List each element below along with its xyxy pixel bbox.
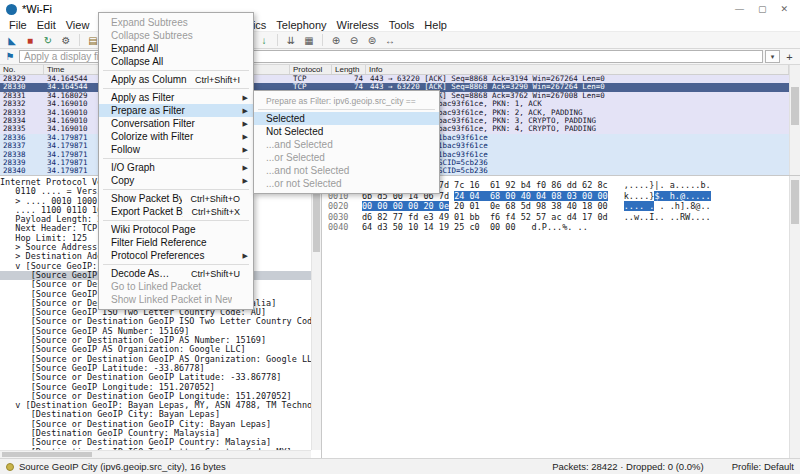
submenu-item[interactable]: Prepare as Filter: ipv6.geoip.src_city =…: [254, 94, 439, 107]
context-menu-item[interactable]: Apply as Filter ▶: [99, 91, 253, 104]
menu-bar-item[interactable]: Wireless: [332, 19, 384, 31]
auto-scroll-icon[interactable]: ⇊: [283, 33, 299, 48]
context-menu-item[interactable]: Protocol Preferences ▶: [99, 249, 253, 262]
detail-tree-text: [Source GeoIP AS Number: 15169]: [0, 327, 189, 336]
detail-tree-row[interactable]: [Source or Destination GeoIP ISO Two Let…: [0, 317, 311, 326]
menu-item-label: Collapse Subtrees: [111, 30, 232, 41]
menu-item-label: Collapse All: [111, 56, 232, 67]
context-menu-item[interactable]: Decode As… Ctrl+Shift+U: [99, 267, 253, 280]
context-menu-item[interactable]: Show Linked Packet in New Window: [99, 293, 253, 306]
context-menu-item[interactable]: Show Packet Bytes… Ctrl+Shift+O: [99, 192, 253, 205]
submenu-item[interactable]: Selected: [254, 112, 439, 125]
filter-dropdown-icon[interactable]: ▾: [765, 50, 780, 63]
submenu-item[interactable]: ...and not Selected: [254, 164, 439, 177]
hex-scrollbar: [789, 176, 800, 458]
context-menu-item[interactable]: Expand Subtrees: [99, 16, 253, 29]
hex-row[interactable]: 0020 00 00 00 00 20 0e 20 01 0e 68 5d 98…: [328, 201, 789, 212]
column-header[interactable]: Info: [366, 65, 789, 74]
submenu-item[interactable]: Not Selected: [254, 125, 439, 138]
context-menu-item[interactable]: Collapse Subtrees: [99, 29, 253, 42]
menu-bar-item[interactable]: Help: [419, 19, 452, 31]
stop-capture-icon[interactable]: ■: [22, 33, 38, 48]
zoom-reset-icon[interactable]: ⊜: [364, 33, 380, 48]
submenu-item[interactable]: ...or Selected: [254, 151, 439, 164]
hex-bytes: 64 d3 50 10 14 19 25 c0 00 00: [362, 222, 516, 233]
colorize-icon[interactable]: ▦: [301, 33, 317, 48]
filter-bookmark-icon[interactable]: ⚑: [3, 51, 17, 62]
zoom-in-icon[interactable]: ⊕: [328, 33, 344, 48]
detail-tree-row[interactable]: [Source GeoIP AS Organization: Google LL…: [0, 345, 311, 354]
detail-tree-row[interactable]: [Source or Destination GeoIP Country: Ma…: [0, 438, 311, 447]
menu-bar-item[interactable]: Tools: [384, 19, 420, 31]
submenu-item[interactable]: ...and Selected: [254, 138, 439, 151]
detail-tree-text: [Destination GeoIP City: Bayan Lepas]: [0, 410, 220, 419]
packet-no: 28339: [0, 159, 44, 167]
column-header[interactable]: Length: [332, 65, 366, 74]
menu-item-label: Show Packet Bytes…: [111, 193, 182, 204]
column-header-label: Time: [47, 65, 64, 74]
menu-bar-item[interactable]: View: [61, 19, 95, 31]
detail-tree-row[interactable]: [Destination GeoIP City: Bayan Lepas]: [0, 410, 311, 419]
submenu-item[interactable]: ...or not Selected: [254, 177, 439, 190]
menu-bar-item[interactable]: Edit: [32, 19, 61, 31]
context-menu-item[interactable]: Export Packet Bytes… Ctrl+Shift+X: [99, 205, 253, 218]
hex-bytes: d6 82 77 fd e3 49 01 bb f6 f4 52 57 ac d…: [362, 212, 608, 223]
detail-tree-row[interactable]: [Source or Destination GeoIP AS Organiza…: [0, 355, 311, 364]
resize-columns-icon[interactable]: ↔: [382, 33, 398, 48]
context-menu-item[interactable]: Conversation Filter ▶: [99, 117, 253, 130]
details-horizontal-scrollbar-thumb[interactable]: [2, 452, 92, 457]
maximize-icon[interactable]: ▢: [758, 4, 767, 14]
packet-time: 34.179871: [44, 167, 106, 175]
filter-add-button[interactable]: +: [782, 50, 797, 63]
restart-capture-icon[interactable]: ↻: [40, 33, 56, 48]
close-icon[interactable]: ✕: [780, 4, 788, 14]
packet-list-scrollbar-thumb[interactable]: [791, 87, 799, 125]
context-menu-item[interactable]: Filter Field Reference: [99, 236, 253, 249]
context-menu-item[interactable]: Apply as Column Ctrl+Shift+I: [99, 73, 253, 86]
hex-view-pane[interactable]: 0000 2c 98 11 98 81 7d 7c 16 61 92 b4 f0…: [322, 176, 789, 458]
start-capture-icon[interactable]: ◣: [4, 33, 20, 48]
detail-tree-row[interactable]: [Source GeoIP Longitude: 151.207052]: [0, 383, 311, 392]
column-header[interactable]: Time: [44, 65, 106, 74]
context-menu-item[interactable]: Wiki Protocol Page: [99, 223, 253, 236]
menu-bar-item[interactable]: File: [4, 19, 32, 31]
context-menu-item[interactable]: Expand All: [99, 42, 253, 55]
hex-row[interactable]: 0040 64 d3 50 10 14 19 25 c0 00 00 d.P..…: [328, 222, 789, 233]
context-menu-item[interactable]: Copy ▶: [99, 174, 253, 187]
window-controls: — ▢ ✕: [735, 4, 794, 14]
detail-tree-row[interactable]: [Source or Destination GeoIP Latitude: -…: [0, 373, 311, 382]
detail-tree-row[interactable]: v [Destination GeoIP: Bayan Lepas, MY, A…: [0, 401, 311, 410]
context-menu-item[interactable]: Collapse All: [99, 55, 253, 68]
context-menu-item[interactable]: Colorize with Filter ▶: [99, 130, 253, 143]
capture-options-icon[interactable]: ⚙: [58, 33, 74, 48]
detail-tree-row[interactable]: [Destination GeoIP Country: Malaysia]: [0, 429, 311, 438]
context-menu-item[interactable]: I/O Graph ▶: [99, 161, 253, 174]
detail-tree-row[interactable]: [Source GeoIP Latitude: -33.86778]: [0, 364, 311, 373]
hex-scrollbar-thumb[interactable]: [791, 180, 799, 224]
zoom-out-icon[interactable]: ⊖: [346, 33, 362, 48]
detail-tree-text: [Source or Destination GeoIP Country: Ma…: [0, 438, 271, 447]
menu-bar-item[interactable]: Telephony: [271, 19, 331, 31]
column-header[interactable]: Protocol: [290, 65, 332, 74]
packet-no: 28340: [0, 167, 44, 175]
column-header-label: No.: [3, 65, 15, 74]
context-menu-item[interactable]: Go to Linked Packet: [99, 280, 253, 293]
minimize-icon[interactable]: —: [735, 4, 744, 14]
column-header[interactable]: No.: [0, 65, 44, 74]
context-menu-item[interactable]: Follow ▶: [99, 143, 253, 156]
detail-tree-row[interactable]: [Source or Destination GeoIP City: Bayan…: [0, 420, 311, 429]
menu-item-shortcut: Ctrl+Shift+X: [191, 207, 240, 217]
packet-time: 34.164544: [44, 75, 106, 83]
submenu-item: [258, 109, 435, 110]
wireshark-app-icon: [6, 4, 17, 15]
detail-tree-row[interactable]: [Source or Destination GeoIP Longitude: …: [0, 392, 311, 401]
detail-tree-row[interactable]: [Source or Destination GeoIP AS Number: …: [0, 336, 311, 345]
menu-item-label: Apply as Column: [111, 74, 187, 85]
detail-tree-row[interactable]: [Source GeoIP AS Number: 15169]: [0, 327, 311, 336]
hex-row[interactable]: 0030 d6 82 77 fd e3 49 01 bb f6 f4 52 57…: [328, 212, 789, 223]
context-menu-item[interactable]: Prepare as Filter ▶: [99, 104, 253, 117]
expert-info-icon[interactable]: [6, 463, 14, 471]
wireshark-window: *Wi-Fi — ▢ ✕ File Edit View Go Capture A…: [0, 0, 800, 474]
go-last-icon[interactable]: ↓: [256, 33, 272, 48]
status-profile[interactable]: Profile: Default: [732, 461, 794, 472]
